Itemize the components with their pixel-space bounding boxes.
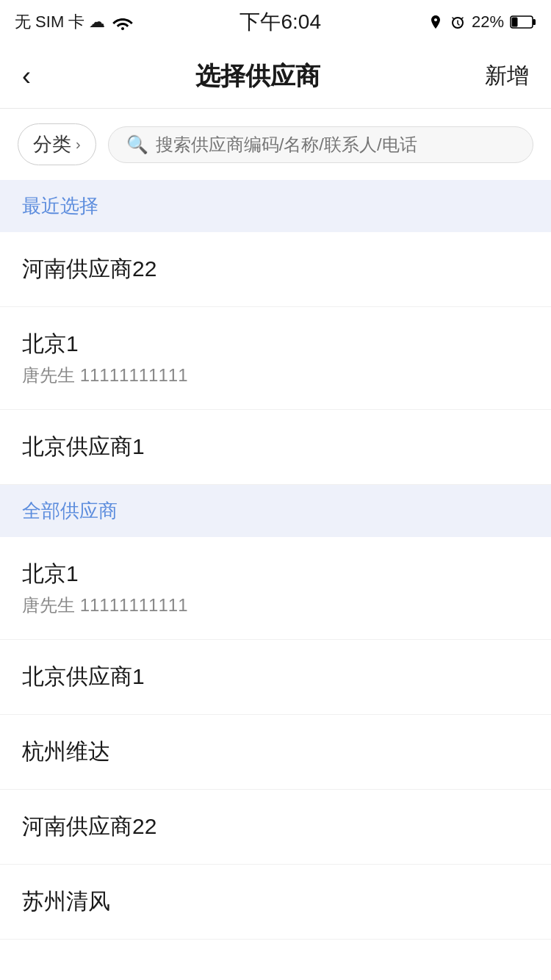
filter-bar: 分类 › 🔍: [0, 109, 551, 180]
battery-label: 22%: [472, 12, 504, 32]
supplier-name: 河南供应商22: [22, 254, 529, 284]
list-item[interactable]: 北京供应商1: [0, 410, 551, 485]
location-icon: [428, 14, 444, 30]
supplier-name: 苏州清风: [22, 887, 529, 917]
add-button[interactable]: 新增: [485, 61, 529, 91]
supplier-name: 北京供应商1: [22, 662, 529, 692]
list-item[interactable]: 河南供应商22: [0, 232, 551, 307]
all-section-label: 全部供应商: [22, 500, 118, 522]
recent-items-list: 河南供应商22 北京1 唐先生 11111111111 北京供应商1: [0, 232, 551, 485]
category-label: 分类: [33, 131, 71, 157]
supplier-sub: 唐先生 11111111111: [22, 364, 529, 387]
category-button[interactable]: 分类 ›: [18, 123, 96, 165]
no-sim-label: 无 SIM 卡 ☁: [15, 11, 105, 33]
recent-section-label: 最近选择: [22, 195, 98, 217]
search-box[interactable]: 🔍: [108, 126, 533, 163]
chevron-right-icon: ›: [76, 136, 81, 153]
svg-rect-2: [533, 19, 536, 25]
supplier-name: 北京1: [22, 329, 529, 359]
list-item[interactable]: 北京1 唐先生 11111111111: [0, 307, 551, 410]
status-bar: 无 SIM 卡 ☁ 下午6:04 22%: [0, 0, 551, 44]
nav-bar: ‹ 选择供应商 新增: [0, 44, 551, 109]
status-left: 无 SIM 卡 ☁: [15, 11, 133, 33]
all-section-header: 全部供应商: [0, 485, 551, 537]
back-button[interactable]: ‹: [22, 63, 31, 90]
supplier-name: 北京供应商1: [22, 432, 529, 462]
supplier-name: 河南供应商22: [22, 812, 529, 842]
supplier-name: 北京1: [22, 559, 529, 589]
list-item[interactable]: 北京1 唐先生 11111111111: [0, 537, 551, 640]
status-time: 下午6:04: [240, 8, 321, 36]
list-item[interactable]: 杭州维达: [0, 715, 551, 790]
all-items-list: 北京1 唐先生 11111111111 北京供应商1 杭州维达 河南供应商22 …: [0, 537, 551, 940]
list-item[interactable]: 北京供应商1: [0, 640, 551, 715]
search-icon: 🔍: [126, 134, 148, 155]
wifi-icon: [112, 14, 133, 30]
supplier-name: 杭州维达: [22, 737, 529, 767]
status-right: 22%: [428, 12, 536, 32]
page-title: 选择供应商: [195, 60, 320, 93]
search-input[interactable]: [156, 134, 515, 155]
list-item[interactable]: 苏州清风: [0, 865, 551, 940]
supplier-sub: 唐先生 11111111111: [22, 594, 529, 617]
recent-section-header: 最近选择: [0, 180, 551, 232]
list-item[interactable]: 河南供应商22: [0, 790, 551, 865]
svg-rect-3: [512, 18, 518, 27]
battery-icon: [510, 15, 536, 29]
alarm-icon: [450, 14, 466, 30]
